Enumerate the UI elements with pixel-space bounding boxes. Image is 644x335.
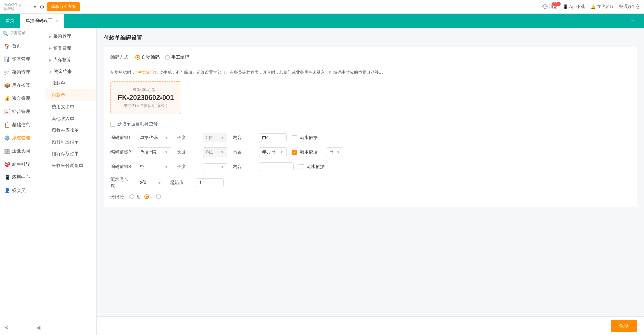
arrow-icon: ▶ (49, 58, 52, 62)
length1-select[interactable]: 2位 ▼ (203, 133, 227, 142)
settings-card: 编码方式 自动编码 手工编码 新增单据时，*单据编码*自动生 (104, 47, 637, 207)
message-icon: 💬 (542, 4, 548, 9)
serial1-checkbox[interactable] (292, 135, 297, 140)
auto-fill-checkbox-row: 新增单据自动补空号 (110, 121, 630, 127)
prefix2-row: 编码前缀2 单据日期 ▼ 长度 8位 ▼ 内容 年月日 ▼ (110, 147, 630, 157)
sidebar-item-appstore[interactable]: 📱 应用中心 (0, 171, 45, 184)
content3-input[interactable] (259, 162, 294, 171)
auto-fill-checkbox[interactable] (110, 122, 115, 127)
sidebar-item-member[interactable]: 👤 畅会员 (0, 184, 45, 197)
enterprise-icon: 🏢 (4, 148, 10, 154)
prefix2-arrow-icon: ▼ (165, 150, 168, 154)
content2-arrow-icon: ▼ (280, 150, 283, 154)
content2-label: 内容 (233, 149, 253, 155)
sidebar-search[interactable]: 🔍 搜索菜单 (0, 28, 45, 39)
nav-group-purchase: ▶ 采购管理 (45, 30, 96, 42)
inventory-icon: 📦 (4, 83, 10, 88)
sep-dot-option[interactable]: . (156, 194, 164, 199)
message-badge: 99+ (552, 2, 561, 6)
prefix3-arrow-icon: ▼ (165, 165, 168, 169)
app-download-button[interactable]: 📱 App下载 (563, 4, 585, 10)
prefix1-select[interactable]: 单据代码 ▼ (137, 133, 171, 142)
nav-header-purchase[interactable]: ▶ 采购管理 (45, 30, 96, 42)
nav-group-sales: ▶ 销售管理 (45, 42, 96, 54)
nav-dropdown[interactable]: ▼ (33, 4, 37, 9)
operation-icon: 📈 (4, 109, 10, 114)
content1-input[interactable] (259, 133, 287, 142)
sidebar-item-enterprise[interactable]: 🏢 企业协同 (0, 145, 45, 158)
serial-length-arrow-icon: ▼ (158, 181, 161, 185)
online-service-button[interactable]: 🔔 在线客服 (590, 4, 614, 10)
sidebar-item-sales[interactable]: 📊 销售管理 (0, 53, 45, 66)
tab-bar: 首页 单据编码设置 × ─ □ (0, 14, 644, 28)
page-title: 付款单编码设置 (104, 35, 637, 42)
sep-none-dot (129, 194, 134, 199)
prefix2-select[interactable]: 单据日期 ▼ (137, 147, 171, 157)
nav-item-receipt[interactable]: 收款单 (45, 77, 96, 89)
prefix3-select[interactable]: 空 ▼ (137, 162, 171, 171)
nav-group-capital: ▼ 资金往来 收款单 付款单 费用支出单 其他收入单 预收冲应收单 预付冲应付单… (45, 66, 96, 171)
encoding-method-row: 编码方式 自动编码 手工编码 (110, 54, 630, 65)
tab-voucher-code[interactable]: 单据编码设置 × (20, 14, 64, 28)
prefix3-row: 编码前缀3 空 ▼ 长度 ▼ 内容 流水依据 (110, 162, 630, 171)
manual-encode-radio[interactable]: 手工编码 (165, 54, 189, 61)
length2-select[interactable]: 8位 ▼ (203, 147, 227, 157)
second-nav: ▶ 采购管理 ▶ 销售管理 ▶ 库存核算 ▼ 资金往来 收款单 付款单 费用支出… (45, 28, 97, 335)
user-menu[interactable]: 畅通好生意 (619, 4, 640, 10)
nav-item-bank[interactable]: 银行存取款单 (45, 148, 96, 160)
nav-header-inventory[interactable]: ▶ 库存核算 (45, 54, 96, 66)
serial1-group: 流水依据 (292, 134, 318, 141)
content-area: 付款单编码设置 编码方式 自动编码 手工编码 (97, 28, 644, 316)
sidebar-item-inventory[interactable]: 📦 库存核算 (0, 79, 45, 92)
nav-header-capital[interactable]: ▼ 资金往来 (45, 66, 96, 77)
settings-gear-icon[interactable]: ⚙ (40, 4, 44, 10)
member-icon: 👤 (4, 188, 10, 193)
sep-dash-option[interactable]: - (144, 194, 152, 199)
manual-encode-dot (165, 55, 170, 60)
sidebar-item-system[interactable]: ⚙️ 系统管理 (0, 131, 45, 145)
messages-button[interactable]: 💬 消息 99+ (542, 4, 557, 10)
sidebar-item-guide[interactable]: 🎯 新手引导 (0, 158, 45, 171)
system-icon: ⚙️ (4, 135, 10, 141)
sidebar-item-operation[interactable]: 📈 经营管理 (0, 105, 45, 118)
basic-icon: 📋 (4, 122, 10, 128)
top-bar-left: 畅通好生意 旗舰版 ▼ ⚙ 体验行业方案 (4, 2, 540, 11)
cta-button[interactable]: 体验行业方案 (47, 2, 80, 11)
sidebar-item-finance[interactable]: 💰 资金管理 (0, 92, 45, 105)
serial-length-select[interactable]: 3位 ▼ (137, 178, 164, 187)
preview-structure: 单据代码-单据日期-流水号 (118, 103, 174, 108)
length3-select[interactable]: ▼ (203, 163, 227, 170)
start-value-input[interactable] (196, 178, 224, 187)
nav-item-adjust[interactable]: 应收应付调整单 (45, 160, 96, 171)
length1-label: 长度 (177, 134, 198, 141)
nav-item-other-income[interactable]: 其他收入单 (45, 113, 96, 124)
save-button[interactable]: 保存 (611, 320, 637, 332)
content2-select[interactable]: 年月日 ▼ (259, 147, 287, 157)
sidebar-item-basic[interactable]: 📋 基础信息 (0, 118, 45, 131)
serial2-checkbox[interactable] (292, 150, 297, 155)
main-layout: 🔍 搜索菜单 🏠 首页 📊 销售管理 🛒 采购管理 📦 库存核算 💰 资金管理 … (0, 28, 644, 335)
tab-home[interactable]: 首页 (0, 14, 20, 28)
nav-item-prepay-pay[interactable]: 预付冲应付单 (45, 136, 96, 148)
top-bar-right: 💬 消息 99+ 📱 App下载 🔔 在线客服 畅通好生意 (542, 4, 640, 10)
sep-none-option[interactable]: 无 (129, 194, 140, 200)
serial3-checkbox[interactable] (299, 164, 304, 169)
search-icon: 🔍 (3, 31, 8, 36)
tab-maximize-icon[interactable]: □ (638, 18, 641, 24)
sidebar-collapse-icon[interactable]: ◀ (36, 324, 40, 331)
tab-minimize-icon[interactable]: ─ (631, 18, 635, 24)
nav-header-sales[interactable]: ▶ 销售管理 (45, 42, 96, 54)
tab-close-icon[interactable]: × (56, 19, 58, 23)
length2-arrow-icon: ▼ (221, 150, 224, 154)
nav-item-payment[interactable]: 付款单 (45, 89, 96, 101)
nav-item-prepay-recv[interactable]: 预收冲应收单 (45, 124, 96, 136)
auto-encode-radio[interactable]: 自动编码 (135, 54, 160, 61)
sidebar-item-purchase[interactable]: 🛒 采购管理 (0, 66, 45, 79)
sidebar-item-home[interactable]: 🏠 首页 (0, 39, 45, 53)
serial2-period-select[interactable]: 日 ▼ (326, 147, 343, 157)
bottom-settings-icon[interactable]: ⚙ (4, 324, 9, 331)
nav-item-expense[interactable]: 费用支出单 (45, 101, 96, 113)
arrow-expand-icon: ▼ (49, 70, 52, 74)
prefix1-arrow-icon: ▼ (165, 136, 168, 140)
sep-dash-dot (144, 194, 149, 199)
